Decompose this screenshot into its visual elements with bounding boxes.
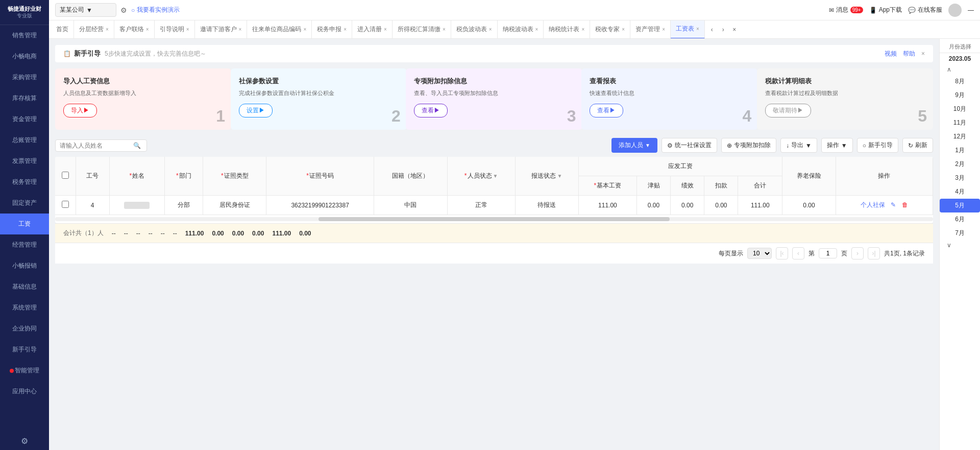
demo-link[interactable]: ○ 我要看实例演示 [131, 6, 180, 14]
sidebar-item-purchase[interactable]: 采购管理 [0, 67, 49, 88]
month-item-5[interactable]: 5月 [940, 199, 980, 212]
message-btn[interactable]: ✉ 消息 99+ [829, 6, 863, 14]
month-prev-year-btn[interactable]: ∧ [944, 64, 954, 75]
month-item-2[interactable]: 2月 [940, 157, 980, 171]
month-item-10[interactable]: 10月 [940, 102, 980, 116]
social-settings-btn[interactable]: ⚙ 统一社保设置 [662, 138, 717, 153]
page-prev-btn[interactable]: ‹ [792, 247, 804, 259]
tab-scroll-left-btn[interactable]: ‹ [707, 25, 717, 35]
month-item-4[interactable]: 4月 [940, 185, 980, 199]
month-next-year-btn[interactable]: ∨ [944, 240, 954, 250]
tab-tax-expert[interactable]: 税收专家 × [590, 20, 630, 39]
close-tab-expert-icon[interactable]: × [622, 27, 625, 32]
close-tab-payroll-icon[interactable]: × [696, 26, 699, 32]
month-item-3[interactable]: 3月 [940, 171, 980, 185]
tab-income-tax[interactable]: 所得税汇算清缴 × [393, 20, 451, 39]
tab-layered[interactable]: 分层经营 × [74, 20, 114, 39]
export-btn[interactable]: ↓ 导出 ▼ [780, 138, 817, 153]
close-tab-layered-icon[interactable]: × [106, 27, 109, 32]
close-tab-customer-icon[interactable]: × [146, 27, 149, 32]
tab-tax-stats[interactable]: 纳税统计表 × [544, 20, 590, 39]
sidebar-item-assets[interactable]: 固定资产 [0, 193, 49, 214]
add-person-button[interactable]: 添加人员 ▼ [611, 138, 657, 153]
month-item-12[interactable]: 12月 [940, 130, 980, 144]
settings-icon[interactable]: ⚙ [120, 6, 127, 14]
help-link[interactable]: 帮助 [903, 50, 915, 58]
page-first-btn[interactable]: |‹ [776, 247, 788, 259]
close-tab-tax-icon[interactable]: × [344, 27, 347, 32]
tab-tax-burden[interactable]: 税负波动表 × [451, 20, 498, 39]
close-tab-guide-icon[interactable]: × [186, 27, 189, 32]
page-size-select[interactable]: 10 20 50 [747, 248, 772, 259]
scroll-thumb[interactable] [318, 217, 670, 221]
month-item-8[interactable]: 8月 [940, 75, 980, 88]
action-delete[interactable]: 🗑 [902, 201, 908, 208]
sidebar-item-guide[interactable]: 新手引导 [0, 339, 49, 360]
refresh-btn[interactable]: ↻ 刷新 [902, 138, 933, 153]
step5-btn[interactable]: 敬请期待▶ [765, 104, 811, 117]
month-item-7[interactable]: 7月 [940, 226, 980, 240]
close-tab-product-icon[interactable]: × [303, 27, 306, 32]
tab-asset-mgmt[interactable]: 资产管理 × [630, 20, 671, 39]
month-item-11[interactable]: 11月 [940, 116, 980, 130]
sidebar-item-payroll[interactable]: 工资 [0, 214, 49, 234]
sidebar-item-appstore[interactable]: 应用中心 [0, 381, 49, 402]
close-tab-burden-icon[interactable]: × [489, 27, 492, 32]
tab-close-all-btn[interactable]: × [729, 25, 740, 35]
close-tab-clearance-icon[interactable]: × [384, 27, 387, 32]
tab-payroll-table[interactable]: 工资表 × [671, 20, 705, 39]
tab-clearance[interactable]: 进入清册 × [352, 20, 393, 39]
sidebar-item-finance[interactable]: 资金管理 [0, 109, 49, 130]
tab-tax-fluctuation[interactable]: 纳税波动表 × [498, 20, 544, 39]
close-tab-asset-icon[interactable]: × [662, 27, 665, 32]
sidebar-item-basic[interactable]: 基础信息 [0, 276, 49, 297]
tab-tax-report[interactable]: 税务申报 × [312, 20, 352, 39]
month-item-9[interactable]: 9月 [940, 88, 980, 102]
select-all-checkbox[interactable] [62, 172, 69, 179]
settings-icon[interactable]: ⚙ [21, 437, 28, 445]
search-input[interactable] [60, 142, 131, 149]
demo-label[interactable]: 我要看实例演示 [137, 6, 180, 14]
special-deduct-btn[interactable]: ⊕ 专项附加扣除 [721, 138, 776, 153]
month-item-1[interactable]: 1月 [940, 144, 980, 157]
page-num-input[interactable] [819, 248, 837, 258]
user-avatar[interactable] [948, 4, 962, 17]
step3-btn[interactable]: 查看▶ [414, 104, 448, 117]
action-social-insurance[interactable]: 个人社保 [861, 201, 885, 208]
horizontal-scrollbar[interactable] [55, 217, 933, 221]
close-tab-fluctuation-icon[interactable]: × [535, 27, 538, 32]
sidebar-item-ai[interactable]: 智能管理 [0, 360, 49, 381]
sidebar-item-ecommerce[interactable]: 小畅电商 [0, 46, 49, 67]
step2-btn[interactable]: 设置▶ [239, 104, 273, 117]
tab-guide-info[interactable]: 引导说明 × [155, 20, 195, 39]
video-link[interactable]: 视频 [885, 50, 897, 58]
month-item-6[interactable]: 6月 [940, 212, 980, 226]
sidebar-item-invoice[interactable]: 发票管理 [0, 151, 49, 172]
action-btn[interactable]: 操作 ▼ [821, 138, 853, 153]
close-tab-stats-icon[interactable]: × [581, 27, 584, 32]
page-last-btn[interactable]: ›| [868, 247, 880, 259]
tab-invite[interactable]: 邀请下游客户 × [195, 20, 248, 39]
tab-product-code[interactable]: 往来单位商品编码 × [247, 20, 312, 39]
tab-customer[interactable]: 客户联络 × [114, 20, 155, 39]
search-icon[interactable]: 🔍 [133, 142, 141, 149]
online-service-btn[interactable]: 💬 在线客服 [908, 6, 942, 14]
sidebar-item-tax[interactable]: 税务管理 [0, 172, 49, 193]
sidebar-item-expense[interactable]: 小畅报销 [0, 255, 49, 276]
close-guide-icon[interactable]: × [921, 50, 925, 57]
step1-btn[interactable]: 导入▶ [63, 104, 97, 117]
sidebar-item-system[interactable]: 系统管理 [0, 297, 49, 318]
sidebar-item-collab[interactable]: 企业协同 [0, 318, 49, 339]
close-tab-income-icon[interactable]: × [443, 27, 446, 32]
page-next-btn[interactable]: › [851, 247, 864, 259]
row-checkbox[interactable] [62, 201, 69, 208]
sidebar-item-operations[interactable]: 经营管理 [0, 234, 49, 255]
sidebar-item-inventory[interactable]: 库存核算 [0, 88, 49, 109]
step4-btn[interactable]: 查看▶ [590, 104, 623, 117]
tab-scroll-right-btn[interactable]: › [718, 25, 728, 35]
tab-home[interactable]: 首页 [51, 20, 74, 39]
app-download-btn[interactable]: 📱 App下载 [869, 6, 902, 14]
close-tab-invite-icon[interactable]: × [239, 27, 242, 32]
sidebar-item-sales[interactable]: 销售管理 [0, 25, 49, 46]
newguide-btn[interactable]: ○ 新手引导 [857, 138, 898, 153]
